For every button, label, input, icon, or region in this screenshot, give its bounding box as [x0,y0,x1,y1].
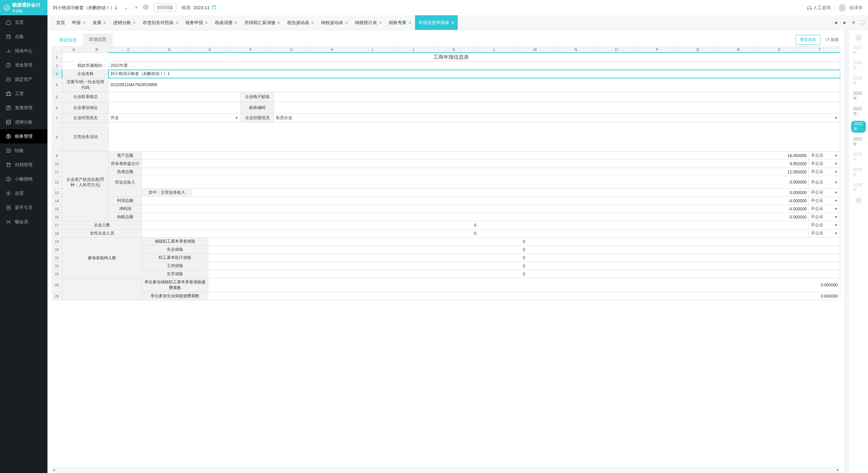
nav-item[interactable]: 归档管理 [0,158,47,172]
year-pill[interactable]: 2023年 [851,136,866,148]
publish-select[interactable]: 不公示▼ [809,152,840,160]
tabs-close-icon[interactable]: ✕ [852,20,855,25]
tab-close-icon[interactable]: ✕ [133,20,136,25]
row-header[interactable]: 7 [52,114,62,122]
row-header[interactable]: 15 [52,205,62,213]
year-pill[interactable]: 2021年 [851,106,866,117]
subtab[interactable]: 其他信息 [83,34,113,46]
tab[interactable]: 存货别名对照表✕ [139,15,182,30]
user-avatar-icon[interactable] [839,4,846,12]
nav-item[interactable]: 小畅报销 [0,172,47,186]
cell[interactable] [108,102,241,114]
column-header[interactable]: J [393,47,434,53]
column-header[interactable]: I [352,47,393,53]
tab[interactable]: 年报信息申报表✕ [415,15,458,30]
tab-close-icon[interactable]: ✕ [379,20,382,25]
nav-item[interactable]: 固定资产 [0,72,47,87]
column-header[interactable]: O [596,47,637,53]
insurance-value[interactable]: 0 [208,246,840,254]
tab-close-icon[interactable]: ✕ [311,20,314,25]
row-header[interactable]: 13 [52,189,62,197]
tab-close-icon[interactable]: ✕ [345,20,348,25]
reg-value[interactable]: 91320811MA7NGR2W6R [108,78,840,92]
asset-subvalue[interactable]: 0.000000 [192,189,809,197]
row-header[interactable]: 18 [52,229,62,238]
company-value[interactable]: 刘小艳演示账套（勿删勿动！）1 [108,70,840,78]
row-header[interactable]: 4 [52,78,62,92]
column-header[interactable]: D [149,47,190,53]
tab[interactable]: 首页 [53,15,68,30]
column-header[interactable]: F [231,47,271,53]
nav-item[interactable]: 新手引导 [0,201,47,215]
insurance-value[interactable]: 0 [208,238,840,246]
tab-close-icon[interactable]: ✕ [277,20,280,25]
tabs-fullscreen-icon[interactable]: ⛶ [860,20,865,25]
nav-item[interactable]: 畅会员 [0,215,47,229]
employees-value[interactable]: 0 [142,221,809,229]
row-header[interactable]: 22 [52,262,62,270]
sheet-corner[interactable] [52,47,62,53]
tab[interactable]: 纳税波动表✕ [318,15,352,30]
row-header[interactable]: 20 [52,246,62,254]
row-header[interactable]: 21 [52,254,62,262]
column-header[interactable]: A [62,47,85,53]
row-header[interactable]: 5 [52,92,62,102]
status-select[interactable]: 开业▼ [108,114,241,122]
asset-value[interactable]: -4.000000 [142,205,809,213]
tax-period-value[interactable]: 2022年度 [108,62,840,70]
nav-item[interactable]: 工资 [0,87,47,101]
tab[interactable]: 税检专家✕ [386,15,415,30]
publish-select[interactable]: 不公示▼ [809,197,840,205]
subtab[interactable]: 基础信息 [53,34,83,46]
holding-select[interactable]: 私营企业▼ [274,114,840,122]
asset-value[interactable]: 18.050000 [142,152,809,160]
tab-close-icon[interactable]: ✕ [408,20,412,25]
row-header[interactable]: 14 [52,197,62,205]
column-header[interactable]: R [718,47,759,53]
publish-select[interactable]: 不公示▼ [809,213,840,221]
column-header[interactable]: T [800,47,840,53]
row-header[interactable]: 1 [52,53,62,62]
tab-close-icon[interactable]: ✕ [175,20,179,25]
publish-select[interactable]: 不公示▼ [809,176,840,189]
column-header[interactable]: B [85,47,108,53]
female-value[interactable]: 0 [142,229,809,238]
year-up-icon[interactable]: ︿ [855,34,862,41]
column-header[interactable]: P [637,47,678,53]
calendar-icon[interactable] [212,5,216,11]
cell[interactable]: 工商年报信息表 [62,53,840,62]
row-header[interactable]: 19 [52,238,62,246]
cell[interactable] [274,92,840,102]
nav-item[interactable]: 发票管理 [0,101,47,115]
nav-item[interactable]: 报表中心 [0,44,47,58]
row-header[interactable]: 2 [52,62,62,70]
asset-value[interactable]: 9.992000 [142,160,809,168]
year-pill[interactable]: 2020年 [851,90,866,102]
nav-item[interactable]: 总账 [0,30,47,44]
nav-item[interactable]: 税务管理 [0,129,47,144]
column-header[interactable]: C [108,47,149,53]
publish-select[interactable]: 不公示▼ [809,168,840,176]
column-header[interactable]: M [515,47,556,53]
nav-item[interactable]: 进销台账 [0,115,47,129]
column-header[interactable]: N [556,47,596,53]
year-pill[interactable]: 2022年 [851,121,866,133]
row-header[interactable]: 12 [52,176,62,189]
horizontal-scrollbar[interactable] [52,468,840,473]
insurance-value[interactable]: 0 [208,270,840,278]
publish-select[interactable]: 不公示▼ [809,205,840,213]
column-header[interactable]: S [759,47,800,53]
asset-value[interactable]: 0.000000 [142,176,809,189]
base-value[interactable]: 0.000000 [208,292,840,300]
publish-select[interactable]: 不公示▼ [809,221,840,229]
asset-value[interactable]: -4.000000 [142,197,809,205]
cell[interactable] [108,92,241,102]
cell[interactable] [108,122,840,152]
row-header[interactable]: 17 [52,221,62,229]
tab[interactable]: 税务申报✕ [182,15,212,30]
row-header[interactable]: 11 [52,168,62,176]
refresh-button[interactable]: 刷新 [825,37,839,43]
insurance-value[interactable]: 0 [208,254,840,262]
tab-close-icon[interactable]: ✕ [205,20,208,25]
tab-close-icon[interactable]: ✕ [451,20,454,25]
